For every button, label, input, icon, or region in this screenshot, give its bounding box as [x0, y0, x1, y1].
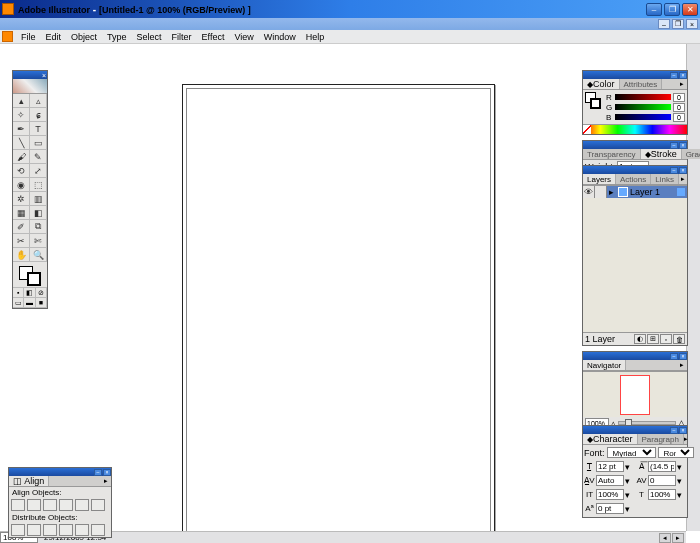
slice-tool[interactable]: ✂	[13, 234, 30, 248]
screen-mode-full[interactable]: ■	[36, 298, 47, 308]
layers-panel-menu[interactable]: ▸	[679, 174, 687, 184]
dropdown-icon[interactable]: ▾	[677, 462, 682, 472]
menu-type[interactable]: Type	[102, 32, 132, 42]
pencil-tool[interactable]: ✎	[30, 150, 47, 164]
paintbrush-tool[interactable]: 🖌	[13, 150, 30, 164]
minimize-button[interactable]: –	[646, 3, 662, 16]
tab-align[interactable]: ◫ Align	[9, 476, 49, 486]
character-panel-titlebar[interactable]: –×	[583, 426, 687, 434]
color-mode-button[interactable]: ▪	[13, 288, 24, 298]
font-style-select[interactable]: Roman	[658, 447, 694, 458]
mdi-restore-button[interactable]: ❐	[672, 19, 684, 29]
mdi-close-button[interactable]: ×	[686, 19, 698, 29]
warp-tool[interactable]: ◉	[13, 178, 30, 192]
screen-mode-normal[interactable]: ▭	[13, 298, 24, 308]
leading-field[interactable]	[648, 461, 676, 472]
tracking-field[interactable]	[648, 475, 676, 486]
zoom-tool[interactable]: 🔍	[30, 248, 47, 262]
create-sublayer-button[interactable]: ⊞	[647, 334, 659, 344]
menu-help[interactable]: Help	[301, 32, 330, 42]
rectangle-tool[interactable]: ▭	[30, 136, 47, 150]
scissors-tool[interactable]: ✄	[30, 234, 47, 248]
tab-actions[interactable]: Actions	[616, 174, 651, 184]
layers-panel-titlebar[interactable]: –×	[583, 166, 687, 174]
b-value[interactable]: 0	[673, 113, 685, 122]
distribute-top-button[interactable]	[11, 524, 25, 536]
delete-layer-button[interactable]: 🗑	[673, 334, 685, 344]
tab-character[interactable]: ◆ Character	[583, 434, 638, 444]
align-vcenter-button[interactable]	[75, 499, 89, 511]
tab-transparency[interactable]: Transparency	[583, 149, 641, 159]
stroke-color-icon[interactable]	[590, 98, 601, 109]
dropdown-icon[interactable]: ▾	[625, 490, 630, 500]
vscale-field[interactable]	[596, 489, 624, 500]
character-panel-menu[interactable]: ▸	[684, 434, 688, 444]
make-clipping-mask-button[interactable]: ◐	[634, 334, 646, 344]
distribute-bottom-button[interactable]	[43, 524, 57, 536]
menu-filter[interactable]: Filter	[167, 32, 197, 42]
navigator-panel-menu[interactable]: ▸	[677, 360, 687, 370]
distribute-hcenter-button[interactable]	[75, 524, 89, 536]
color-swatch[interactable]	[585, 92, 603, 112]
type-tool[interactable]: T	[30, 122, 47, 136]
tab-navigator[interactable]: Navigator	[583, 360, 626, 370]
mesh-tool[interactable]: ▦	[13, 206, 30, 220]
g-slider[interactable]	[615, 104, 671, 110]
dropdown-icon[interactable]: ▾	[625, 504, 630, 514]
scale-tool[interactable]: ⤢	[30, 164, 47, 178]
tab-layers[interactable]: Layers	[583, 174, 616, 184]
b-slider[interactable]	[615, 114, 671, 120]
stroke-panel-titlebar[interactable]: –×	[583, 141, 687, 149]
menu-effect[interactable]: Effect	[197, 32, 230, 42]
r-value[interactable]: 0	[673, 93, 685, 102]
none-mode-button[interactable]: ⊘	[36, 288, 47, 298]
spectrum-bar[interactable]	[583, 124, 687, 134]
fill-stroke-swatch[interactable]	[13, 262, 47, 288]
new-layer-button[interactable]: ▫	[660, 334, 672, 344]
screen-mode-full-menu[interactable]: ▬	[24, 298, 35, 308]
magic-wand-tool[interactable]: ✧	[13, 108, 30, 122]
tab-color[interactable]: ◆ Color	[583, 79, 620, 89]
g-value[interactable]: 0	[673, 103, 685, 112]
expand-icon[interactable]: ▸	[609, 187, 614, 197]
menu-window[interactable]: Window	[259, 32, 301, 42]
tab-links[interactable]: Links	[651, 174, 679, 184]
layer-list[interactable]: 👁 ▸ Layer 1	[583, 185, 687, 333]
tab-paragraph[interactable]: Paragraph	[638, 434, 684, 444]
symbol-sprayer-tool[interactable]: ✲	[13, 192, 30, 206]
hscale-field[interactable]	[648, 489, 676, 500]
font-family-select[interactable]: Myriad	[607, 447, 656, 458]
artboard[interactable]	[182, 84, 495, 543]
align-top-button[interactable]	[59, 499, 73, 511]
align-right-button[interactable]	[43, 499, 57, 511]
menu-object[interactable]: Object	[66, 32, 102, 42]
graph-tool[interactable]: ▥	[30, 192, 47, 206]
dropdown-icon[interactable]: ▾	[625, 476, 630, 486]
menu-select[interactable]: Select	[132, 32, 167, 42]
close-button[interactable]: ✕	[682, 3, 698, 16]
lock-icon[interactable]	[595, 186, 607, 198]
align-hcenter-button[interactable]	[27, 499, 41, 511]
layer-target-icon[interactable]	[677, 188, 685, 196]
visibility-icon[interactable]: 👁	[583, 186, 595, 198]
direct-selection-tool[interactable]: ▵	[30, 94, 47, 108]
toolbox-titlebar[interactable]: ×	[13, 71, 47, 79]
blend-tool[interactable]: ⧉	[30, 220, 47, 234]
distribute-right-button[interactable]	[91, 524, 105, 536]
lasso-tool[interactable]: ɕ	[30, 108, 47, 122]
kerning-field[interactable]	[596, 475, 624, 486]
free-transform-tool[interactable]: ⬚	[30, 178, 47, 192]
maximize-button[interactable]: ❐	[664, 3, 680, 16]
color-panel-menu[interactable]: ▸	[677, 79, 687, 89]
menu-edit[interactable]: Edit	[41, 32, 67, 42]
line-tool[interactable]: ╲	[13, 136, 30, 150]
tab-attributes[interactable]: Attributes	[620, 79, 663, 89]
dropdown-icon[interactable]: ▾	[677, 490, 682, 500]
scroll-right-button[interactable]: ▸	[672, 533, 684, 543]
color-panel-titlebar[interactable]: –×	[583, 71, 687, 79]
tab-stroke[interactable]: ◆ Stroke	[641, 149, 682, 159]
gradient-mode-button[interactable]: ◧	[24, 288, 35, 298]
menu-file[interactable]: File	[16, 32, 41, 42]
stroke-swatch[interactable]	[27, 272, 41, 286]
align-bottom-button[interactable]	[91, 499, 105, 511]
